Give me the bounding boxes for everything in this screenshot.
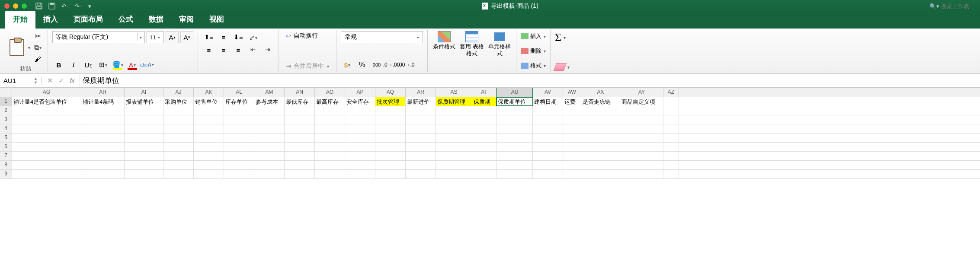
cell-AX4[interactable] (581, 124, 620, 133)
row-header-2[interactable]: 2 (0, 106, 12, 115)
font-name-select[interactable]: 等线 Regular (正文)▾ (52, 31, 145, 43)
col-header-AP[interactable]: AP (345, 88, 375, 97)
cell-AP5[interactable] (345, 134, 375, 142)
cell-AG4[interactable] (12, 124, 81, 133)
cell-AZ8[interactable] (663, 161, 679, 169)
cut-button[interactable] (32, 31, 43, 41)
cell-AG9[interactable] (12, 170, 81, 178)
cell-AO7[interactable] (315, 152, 345, 160)
cell-AJ3[interactable] (163, 115, 194, 124)
cell-AM1[interactable]: 参考成本 (254, 97, 285, 106)
cell-AT5[interactable] (472, 134, 496, 142)
font-size-select[interactable]: 11 ▾ (147, 31, 164, 43)
cell-AQ3[interactable] (375, 115, 406, 124)
cell-AV1[interactable]: 建档日期 (533, 97, 563, 106)
paste-dropdown-icon[interactable]: ▾ (28, 45, 30, 50)
cell-AR7[interactable] (406, 152, 436, 160)
cell-AS8[interactable] (436, 161, 472, 169)
row-header-6[interactable]: 6 (0, 143, 12, 151)
cell-AS6[interactable] (436, 143, 472, 151)
select-all-corner[interactable] (0, 88, 12, 97)
cell-AY5[interactable] (620, 134, 663, 142)
align-center-button[interactable]: ≡ (217, 44, 230, 56)
col-header-AG[interactable]: AG (12, 88, 81, 97)
cell-AG8[interactable] (12, 161, 81, 169)
orientation-button[interactable]: ⤤▾ (247, 32, 259, 44)
percent-button[interactable] (355, 59, 368, 71)
cell-AN2[interactable] (285, 106, 315, 115)
increase-font-button[interactable]: A▴ (166, 31, 179, 43)
cell-AS1[interactable]: 保质期管理 (436, 97, 472, 106)
cell-AP1[interactable]: 安全库存 (345, 97, 375, 106)
row-header-8[interactable]: 8 (0, 161, 12, 169)
cell-AL9[interactable] (224, 170, 254, 178)
cell-AS9[interactable] (436, 170, 472, 178)
cell-AH8[interactable] (81, 161, 125, 169)
cell-AZ7[interactable] (663, 152, 679, 160)
col-header-AH[interactable]: AH (81, 88, 125, 97)
cell-AG3[interactable] (12, 115, 81, 124)
col-header-AY[interactable]: AY (620, 88, 663, 97)
cell-AX1[interactable]: 是否走冻链 (581, 97, 620, 106)
tab-审阅[interactable]: 审阅 (171, 11, 202, 29)
cell-AO3[interactable] (315, 115, 345, 124)
border-button[interactable]: ⊞▾ (96, 59, 109, 71)
cell-AJ9[interactable] (163, 170, 194, 178)
delete-cells-button[interactable]: 删除▾ (521, 46, 546, 56)
cell-AZ1[interactable] (663, 97, 679, 106)
cell-AJ6[interactable] (163, 143, 194, 151)
save-icon[interactable] (48, 3, 55, 10)
cell-AM4[interactable] (254, 124, 285, 133)
cell-AT8[interactable] (472, 161, 496, 169)
cell-AW9[interactable] (563, 170, 581, 178)
cell-AK8[interactable] (194, 161, 224, 169)
increase-decimal-button[interactable]: .0→.00 (385, 59, 398, 71)
accept-formula-button[interactable]: ✓ (55, 76, 67, 85)
cell-AV8[interactable] (533, 161, 563, 169)
cell-AM2[interactable] (254, 106, 285, 115)
cell-AP7[interactable] (345, 152, 375, 160)
cell-AQ4[interactable] (375, 124, 406, 133)
cell-AW5[interactable] (563, 134, 581, 142)
undo-icon[interactable]: ↶ ▾ (61, 3, 69, 10)
cell-AR5[interactable] (406, 134, 436, 142)
row-header-7[interactable]: 7 (0, 152, 12, 160)
formula-input[interactable] (80, 74, 980, 87)
cell-AI6[interactable] (125, 143, 163, 151)
row-header-9[interactable]: 9 (0, 170, 12, 178)
cell-AM6[interactable] (254, 143, 285, 151)
cell-AG5[interactable] (12, 134, 81, 142)
cell-AT2[interactable] (472, 106, 496, 115)
tab-开始[interactable]: 开始 (5, 11, 35, 29)
italic-button[interactable]: I (67, 59, 80, 71)
cell-AH3[interactable] (81, 115, 125, 124)
cell-AQ8[interactable] (375, 161, 406, 169)
increase-indent-button[interactable]: ⇥ (261, 44, 274, 56)
cell-AO4[interactable] (315, 124, 345, 133)
format-painter-button[interactable] (32, 54, 43, 64)
cell-AL5[interactable] (224, 134, 254, 142)
cell-AU9[interactable] (496, 170, 533, 178)
col-header-AJ[interactable]: AJ (163, 88, 194, 97)
cell-AN3[interactable] (285, 115, 315, 124)
cell-AY4[interactable] (620, 124, 663, 133)
cell-AU5[interactable] (496, 134, 533, 142)
underline-button[interactable]: U▾ (82, 59, 95, 71)
bold-button[interactable]: B (52, 59, 65, 71)
cell-AK6[interactable] (194, 143, 224, 151)
cell-AV3[interactable] (533, 115, 563, 124)
col-header-AO[interactable]: AO (315, 88, 345, 97)
cell-AX8[interactable] (581, 161, 620, 169)
cancel-formula-button[interactable]: ✕ (44, 76, 55, 85)
cell-AK7[interactable] (194, 152, 224, 160)
cell-AK3[interactable] (194, 115, 224, 124)
cell-AX5[interactable] (581, 134, 620, 142)
cell-AG7[interactable] (12, 152, 81, 160)
row-header-4[interactable]: 4 (0, 124, 12, 133)
cell-AT1[interactable]: 保质期 (472, 97, 496, 106)
cell-AY7[interactable] (620, 152, 663, 160)
search-box[interactable]: 🔍▾ (929, 3, 976, 10)
cell-AN5[interactable] (285, 134, 315, 142)
cell-AY2[interactable] (620, 106, 663, 115)
autosum-button[interactable]: Σ (555, 31, 561, 44)
